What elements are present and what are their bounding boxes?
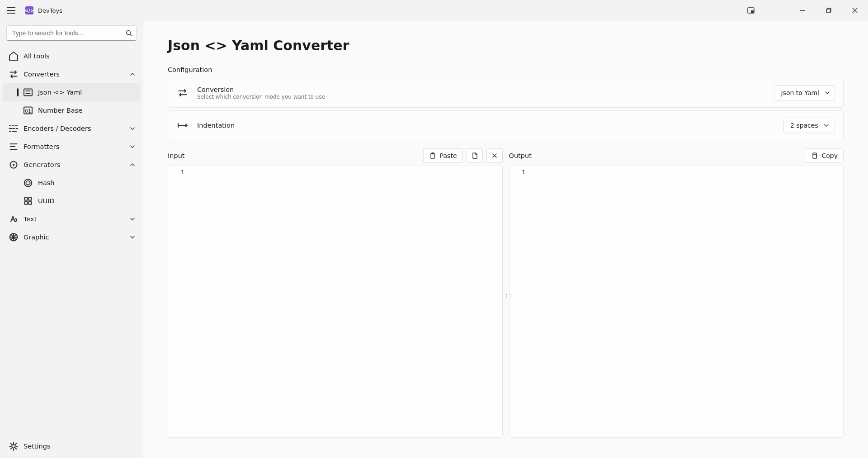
app-title: DevToys bbox=[38, 7, 62, 14]
chevron-down-icon bbox=[129, 143, 136, 150]
search-input[interactable] bbox=[6, 25, 137, 41]
sidebar-item-converters[interactable]: Converters bbox=[3, 65, 140, 83]
output-editor[interactable]: 1 bbox=[509, 166, 844, 438]
sidebar-item-encoders[interactable]: Encoders / Decoders bbox=[3, 119, 140, 138]
sidebar-item-label: Text bbox=[24, 215, 129, 223]
input-editor[interactable]: 1 bbox=[168, 166, 503, 438]
dropdown-value: Json to Yaml bbox=[781, 89, 819, 96]
sidebar-item-graphic[interactable]: Graphic bbox=[3, 228, 140, 246]
compact-overlay-button[interactable] bbox=[738, 0, 764, 21]
hamburger-menu-button[interactable] bbox=[7, 6, 15, 14]
conversion-sub: Select which conversion mode you want to… bbox=[197, 94, 774, 100]
svg-text:01: 01 bbox=[25, 108, 31, 114]
svg-point-32 bbox=[12, 444, 15, 448]
sidebar-item-label: Formatters bbox=[24, 143, 129, 150]
sidebar-item-formatters[interactable]: Formatters bbox=[3, 138, 140, 156]
svg-rect-8 bbox=[24, 89, 32, 96]
sidebar-item-label: Converters bbox=[24, 71, 129, 78]
sidebar-item-label: All tools bbox=[24, 52, 136, 60]
indentation-icon bbox=[176, 119, 189, 132]
sidebar-item-label: Settings bbox=[24, 443, 136, 450]
clear-button[interactable] bbox=[486, 148, 503, 163]
output-textarea[interactable] bbox=[530, 166, 844, 437]
json-yaml-icon bbox=[23, 87, 33, 98]
input-textarea[interactable] bbox=[189, 166, 502, 437]
sidebar-item-all-tools[interactable]: All tools bbox=[3, 47, 140, 65]
input-column: Input Paste bbox=[168, 148, 503, 438]
svg-point-25 bbox=[13, 164, 15, 166]
sidebar-item-text[interactable]: Text bbox=[3, 210, 140, 228]
indentation-card: Indentation 2 spaces bbox=[168, 110, 844, 140]
sidebar-item-label: Hash bbox=[38, 179, 136, 186]
chevron-down-icon bbox=[825, 90, 830, 95]
svg-point-26 bbox=[24, 179, 32, 187]
page-title: Json <> Yaml Converter bbox=[168, 38, 844, 53]
svg-rect-3 bbox=[827, 9, 830, 13]
conversion-dropdown[interactable]: Json to Yaml bbox=[774, 85, 835, 100]
sidebar-item-uuid[interactable]: UUID bbox=[3, 192, 140, 210]
chevron-up-icon bbox=[129, 162, 136, 168]
chevron-down-icon bbox=[129, 234, 136, 240]
sidebar-item-hash[interactable]: Hash bbox=[3, 174, 140, 192]
sidebar-item-json-yaml[interactable]: Json <> Yaml bbox=[3, 83, 140, 101]
sidebar-item-label: Json <> Yaml bbox=[38, 89, 136, 96]
app-logo-icon: </> bbox=[25, 6, 33, 14]
convert-icon bbox=[8, 69, 19, 80]
gear-icon bbox=[8, 441, 19, 452]
indentation-title: Indentation bbox=[197, 122, 783, 129]
paste-button[interactable]: Paste bbox=[423, 148, 463, 163]
svg-rect-27 bbox=[25, 198, 28, 200]
maximize-button[interactable] bbox=[816, 0, 842, 21]
home-icon bbox=[8, 51, 19, 62]
svg-rect-30 bbox=[29, 202, 32, 205]
sidebar-item-label: Graphic bbox=[24, 234, 129, 241]
chevron-up-icon bbox=[129, 71, 136, 77]
nav: All tools Converters Json <> Yaml 01 Num… bbox=[0, 46, 143, 434]
sidebar-item-label: Generators bbox=[24, 161, 129, 168]
conversion-icon bbox=[176, 86, 189, 99]
sidebar-item-label: Number Base bbox=[38, 107, 136, 114]
button-label: Copy bbox=[821, 152, 838, 159]
output-column: ⋮⋮ Output Copy 1 bbox=[509, 148, 844, 438]
copy-button[interactable]: Copy bbox=[805, 148, 844, 163]
output-gutter: 1 bbox=[509, 166, 530, 437]
minimize-button[interactable] bbox=[789, 0, 816, 21]
sidebar-item-generators[interactable]: Generators bbox=[3, 156, 140, 174]
uuid-icon bbox=[23, 196, 33, 206]
encoders-icon bbox=[8, 123, 19, 134]
input-gutter: 1 bbox=[168, 166, 189, 437]
indentation-dropdown[interactable]: 2 spaces bbox=[783, 118, 835, 133]
sidebar-item-settings[interactable]: Settings bbox=[3, 437, 140, 455]
open-file-button[interactable] bbox=[467, 148, 483, 163]
conversion-title: Conversion bbox=[197, 86, 774, 93]
chevron-down-icon bbox=[824, 123, 829, 128]
svg-rect-28 bbox=[29, 198, 32, 200]
input-label: Input bbox=[168, 152, 423, 159]
formatters-icon bbox=[8, 141, 19, 152]
split-handle[interactable]: ⋮⋮ bbox=[504, 293, 513, 299]
chevron-down-icon bbox=[129, 216, 136, 222]
sidebar-item-label: UUID bbox=[38, 197, 136, 205]
sidebar: All tools Converters Json <> Yaml 01 Num… bbox=[0, 21, 143, 458]
generators-icon bbox=[8, 159, 19, 170]
titlebar: </> DevToys bbox=[0, 0, 868, 21]
output-label: Output bbox=[509, 152, 805, 159]
close-button[interactable] bbox=[842, 0, 868, 21]
search-wrap bbox=[6, 25, 137, 41]
number-base-icon: 01 bbox=[23, 105, 33, 116]
hash-icon bbox=[23, 177, 33, 188]
svg-rect-29 bbox=[25, 202, 28, 205]
dropdown-value: 2 spaces bbox=[790, 122, 818, 129]
chevron-down-icon bbox=[129, 125, 136, 132]
text-icon bbox=[8, 214, 19, 224]
main-content: Json <> Yaml Converter Configuration Con… bbox=[143, 21, 868, 458]
configuration-label: Configuration bbox=[168, 66, 844, 73]
button-label: Paste bbox=[440, 152, 457, 159]
sidebar-item-number-base[interactable]: 01 Number Base bbox=[3, 101, 140, 119]
svg-rect-37 bbox=[813, 154, 816, 158]
sidebar-item-label: Encoders / Decoders bbox=[24, 125, 129, 132]
svg-rect-1 bbox=[751, 10, 754, 13]
graphic-icon bbox=[8, 232, 19, 243]
conversion-card: Conversion Select which conversion mode … bbox=[168, 78, 844, 108]
